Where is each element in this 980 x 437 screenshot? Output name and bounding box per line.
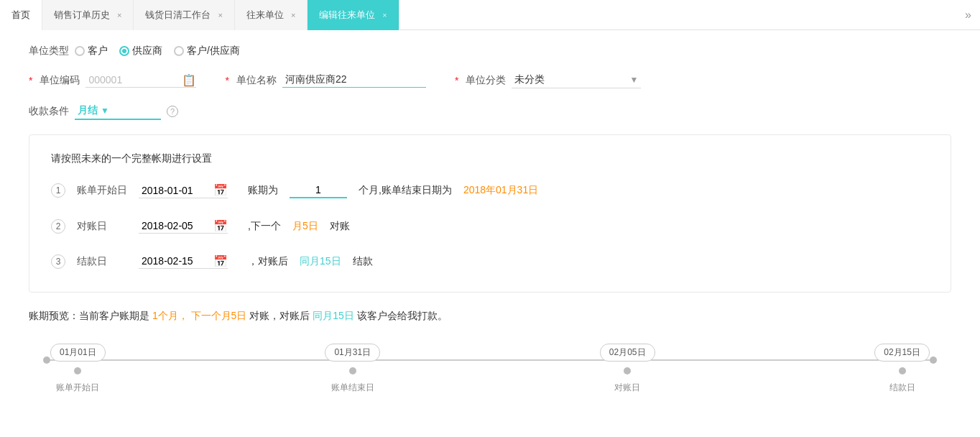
settings-box: 请按照未来的一个完整帐期进行设置 1 账单开始日 📅 账期为 个月,账单结束日期… [29,134,951,293]
preview-middle: 对账，对账后 [249,310,310,321]
unit-code-input[interactable] [85,73,179,87]
unit-name-star: * [225,75,228,86]
timeline-point-2: 01月31日 账单结束日 [325,344,380,394]
radio-both[interactable]: 客户/供应商 [174,45,240,58]
setting-num-1: 1 [51,183,65,198]
timeline-points: 01月01日 账单开始日 01月31日 账单结束日 02月05日 对账日 02月… [50,344,930,394]
setting-row1-suffix: 个月,账单结束日期为 [359,184,452,197]
unit-code-input-wrapper: 📋 [85,73,196,88]
timeline-badge-4: 02月15日 [874,344,930,362]
setting-row3-pre: ，对账后 [248,255,288,268]
radio-customer[interactable]: 客户 [75,45,108,58]
timeline-start-dot [43,356,50,364]
setting-date-3-calendar[interactable]: 📅 [213,254,228,268]
radio-customer-circle [75,46,85,56]
timeline-dot-3 [624,367,631,374]
unit-code-star: * [29,75,32,86]
payment-condition-label: 收款条件 [29,105,69,118]
unit-type-field: 单位类型 客户 供应商 客户/供应商 [29,45,240,58]
tab-partner-close[interactable]: × [291,11,295,19]
unit-type-label: 单位类型 [29,45,69,58]
radio-supplier[interactable]: 供应商 [119,45,162,58]
setting-date-2-wrapper: 📅 [139,218,228,234]
tab-partner-label: 往来单位 [246,9,284,22]
setting-row-2: 2 对账日 📅 ,下一个 月5日 对账 [51,218,929,234]
payment-condition-select[interactable]: 月结 ▼ [75,103,161,120]
setting-date-1-wrapper: 📅 [139,183,228,198]
preview-part3: 同月15日 [313,310,354,321]
timeline-end-dot [930,356,937,364]
setting-date-1-input[interactable] [139,183,211,198]
unit-category-select[interactable]: 未分类 ▼ [512,72,641,88]
setting-label-3: 结款日 [77,255,127,268]
tab-cash-work[interactable]: 钱货日清工作台 × [134,0,234,30]
unit-category-value: 未分类 [514,73,545,86]
timeline-dot-4 [899,367,906,374]
tab-partner[interactable]: 往来单位 × [235,0,308,30]
radio-both-label: 客户/供应商 [187,45,240,58]
unit-code-copy-icon[interactable]: 📋 [182,73,196,87]
setting-date-3-input[interactable] [139,254,211,268]
tab-edit-partner-label: 编辑往来单位 [319,9,375,22]
radio-supplier-circle [119,46,129,56]
setting-label-2: 对账日 [77,220,127,233]
setting-row-1: 1 账单开始日 📅 账期为 个月,账单结束日期为 2018年01月31日 [51,183,929,198]
unit-name-input[interactable] [282,73,426,88]
setting-row3-highlight: 同月15日 [300,255,341,268]
tab-sales-order-label: 销售订单历史 [54,9,110,22]
unit-type-row: 单位类型 客户 供应商 客户/供应商 [29,45,951,58]
timeline-label-4: 结款日 [889,382,915,394]
radio-both-circle [174,46,184,56]
setting-num-2: 2 [51,219,65,234]
payment-condition-value: 月结 [78,104,98,117]
timeline-badge-3: 02月05日 [600,344,655,362]
tab-home[interactable]: 首页 [0,0,42,30]
page-content: 单位类型 客户 供应商 客户/供应商 * 单位编码 [0,30,980,437]
unit-code-field: * 单位编码 📋 [29,73,196,88]
unit-category-arrow: ▼ [629,75,638,85]
setting-row-3: 3 结款日 📅 ，对账后 同月15日 结款 [51,254,929,269]
unit-category-field: * 单位分类 未分类 ▼ [455,72,641,88]
setting-date-1-calendar[interactable]: 📅 [213,183,228,197]
setting-row1-end-date: 2018年01月31日 [463,184,538,197]
tab-cash-work-close[interactable]: × [218,11,222,19]
unit-code-label: 单位编码 [40,74,80,87]
tab-sales-order[interactable]: 销售订单历史 × [42,0,134,30]
payment-condition-arrow: ▼ [101,106,109,116]
preview-suffix: 该客户会给我打款。 [357,310,448,321]
unit-name-label: 单位名称 [236,74,277,87]
payment-condition-help-icon[interactable]: ? [167,106,178,117]
timeline-label-1: 账单开始日 [56,382,99,394]
timeline-label-2: 账单结束日 [331,382,374,394]
tab-expand-icon[interactable]: » [956,9,980,22]
radio-supplier-label: 供应商 [132,45,162,58]
preview-prefix: 账期预览：当前客户账期是 [29,310,149,321]
tab-edit-partner[interactable]: 编辑往来单位 × [308,0,399,30]
setting-num-3: 3 [51,254,65,269]
period-input[interactable] [290,183,347,198]
setting-date-3-wrapper: 📅 [139,254,228,269]
tab-home-label: 首页 [11,9,30,22]
setting-label-1: 账单开始日 [77,184,127,197]
timeline-point-1: 01月01日 账单开始日 [50,344,106,394]
timeline-section: 01月01日 账单开始日 01月31日 账单结束日 02月05日 对账日 02月… [29,336,951,401]
tabs-bar: 首页 销售订单历史 × 钱货日清工作台 × 往来单位 × 编辑往来单位 × » [0,0,980,30]
preview-section: 账期预览：当前客户账期是 1个月， 下一个月5日 对账，对账后 同月15日 该客… [29,307,951,325]
setting-row2-pre: ,下一个 [248,220,281,233]
tab-sales-order-close[interactable]: × [117,11,121,19]
timeline-badge-2: 01月31日 [325,344,380,362]
setting-date-2-input[interactable] [139,218,211,233]
setting-row2-highlight: 月5日 [292,220,318,233]
timeline-point-4: 02月15日 结款日 [874,344,930,394]
tab-cash-work-label: 钱货日清工作台 [145,9,211,22]
unit-category-label: 单位分类 [466,74,506,87]
setting-row1-pre: 账期为 [248,184,278,197]
payment-condition-field: 收款条件 月结 ▼ ? [29,103,178,120]
settings-title: 请按照未来的一个完整帐期进行设置 [51,152,929,165]
timeline-point-3: 02月05日 对账日 [600,344,655,394]
preview-part2: 下一个月5日 [191,310,247,321]
setting-date-2-calendar[interactable]: 📅 [213,219,228,233]
tab-edit-partner-close[interactable]: × [382,11,387,19]
preview-part1: 1个月， [152,310,188,321]
unit-category-star: * [455,75,458,86]
